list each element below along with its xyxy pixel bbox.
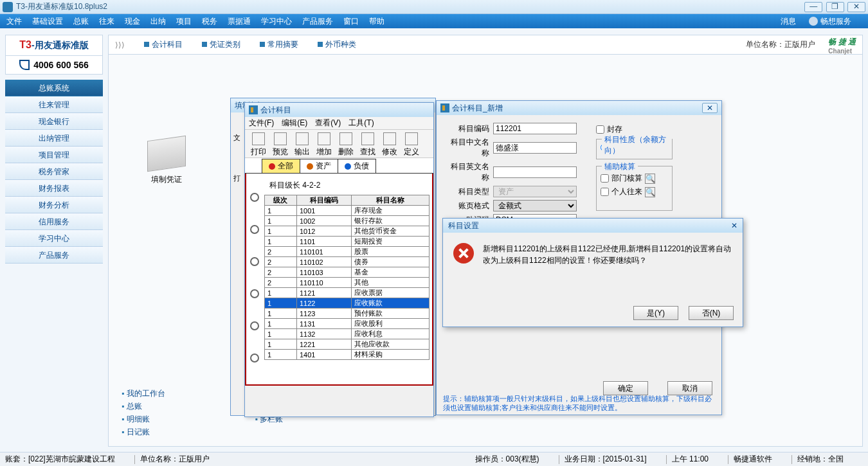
nav-general-ledger[interactable]: 总账系统 (5, 80, 103, 96)
nav-cash-bank[interactable]: 现金银行 (5, 113, 103, 130)
window-buttons: — ❐ ✕ (803, 2, 865, 12)
table-row[interactable]: 11132应收利息 (265, 329, 429, 339)
table-row[interactable]: 11123预付账款 (265, 309, 429, 319)
table-row[interactable]: 2110103 基金 (265, 267, 429, 278)
table-row[interactable]: 2110101 股票 (265, 247, 429, 257)
tab-asset[interactable]: 资产 (300, 159, 338, 173)
menu-item[interactable]: 税务 (202, 16, 217, 27)
dept-checkbox[interactable] (601, 174, 609, 183)
tb-add[interactable]: 增加 (313, 132, 335, 157)
link-gl[interactable]: 总账 (122, 401, 165, 412)
menu-tool[interactable]: 工具(T) (348, 118, 374, 129)
nameen-input[interactable] (493, 166, 577, 178)
status-soft: 畅捷通软件 (734, 454, 772, 465)
tb-find[interactable]: 查找 (357, 132, 379, 157)
close-button[interactable]: ✕ (847, 2, 865, 12)
message-dialog: 科目设置✕ 新增科目112201的上级科目1122已经使用,新增科目112201… (442, 218, 743, 327)
menu-item[interactable]: 窗口 (343, 16, 359, 27)
tb-export[interactable]: 输出 (291, 132, 313, 157)
subjects-menubar: 文件(F) 编辑(E) 查看(V) 工具(T) (245, 117, 433, 130)
table-row[interactable]: 11101短期投资 (265, 237, 429, 247)
table-row[interactable]: 11002银行存款 (265, 216, 429, 226)
menu-item[interactable]: 基础设置 (32, 16, 63, 27)
nav-credit[interactable]: 信用服务 (5, 213, 103, 230)
close-icon[interactable]: ✕ (702, 103, 718, 113)
status-unit: 单位名称：正版用户 (140, 454, 210, 465)
voucher-icon (147, 136, 186, 172)
subjects-table[interactable]: 级次科目编码科目名称11001库存现金11002银行存款11012其他货币资金1… (264, 195, 429, 360)
nav-project[interactable]: 项目管理 (5, 147, 103, 163)
menu-item[interactable]: 文件 (6, 16, 22, 27)
link-detail[interactable]: 明细账 (122, 414, 165, 425)
nature-legend: 科目性质（余额方向） (602, 134, 672, 156)
tb-subjects[interactable]: 会计科目 (144, 39, 183, 50)
tb-currency[interactable]: 外币种类 (318, 39, 356, 50)
aux-legend: 辅助核算 (602, 161, 638, 172)
menu-file[interactable]: 文件(F) (249, 118, 274, 129)
table-row[interactable]: 11401材料采购 (265, 350, 429, 360)
app-icon (3, 2, 13, 12)
status-region: 经销地：全国 (797, 454, 844, 465)
menu-item[interactable]: 票据通 (228, 16, 251, 27)
minimize-button[interactable]: — (804, 2, 822, 12)
ok-button[interactable]: 确定 (603, 381, 648, 395)
tb-modify[interactable]: 修改 (379, 132, 401, 157)
subjects-toolbar: 打印 预览 输出 增加 删除 查找 修改 定义 (245, 130, 433, 158)
link-desktop[interactable]: 我的工作台 (122, 388, 165, 399)
voucher-shortcut[interactable]: 填制凭证 (147, 138, 186, 185)
unit-label: 单位名称：正版用户 (746, 39, 815, 50)
tb-voucher-type[interactable]: 凭证类别 (202, 39, 240, 50)
table-row[interactable]: 2110102 债券 (265, 257, 429, 267)
namecn-input[interactable] (493, 142, 577, 154)
nav-learn[interactable]: 学习中心 (5, 230, 103, 247)
tb-define[interactable]: 定义 (401, 132, 422, 157)
nav-products[interactable]: 产品服务 (5, 247, 103, 264)
tb-summary[interactable]: 常用摘要 (260, 39, 298, 50)
menu-item[interactable]: 帮助 (369, 16, 384, 27)
tab-liability[interactable]: 负债 (338, 159, 376, 173)
nav-tax[interactable]: 税务管家 (5, 163, 103, 180)
link-journal[interactable]: 日记账 (122, 427, 165, 438)
nav-cashier[interactable]: 出纳管理 (5, 130, 103, 147)
code-input[interactable] (493, 123, 577, 134)
lookup-icon[interactable]: 🔍 (645, 174, 655, 184)
menu-item[interactable]: 往来 (99, 16, 114, 27)
table-row[interactable]: 11131应收股利 (265, 319, 429, 329)
menu-item[interactable]: 总账 (73, 16, 89, 27)
menu-item[interactable]: 项目 (176, 16, 192, 27)
tb-print[interactable]: 打印 (248, 132, 269, 157)
menu-edit[interactable]: 编辑(E) (282, 118, 307, 129)
service-link[interactable]: 畅想服务 (820, 16, 851, 27)
lookup-icon[interactable]: 🔍 (645, 187, 655, 197)
subjects-body: 科目级长 4-2-2 级次科目编码科目名称11001库存现金11002银行存款1… (245, 174, 433, 386)
table-row[interactable]: 11121应收票据 (265, 288, 429, 298)
brand-name: -用友通标准版 (32, 40, 89, 50)
table-row[interactable]: 11221其他应收款 (265, 339, 429, 350)
tb-delete[interactable]: 删除 (335, 132, 357, 157)
nav-reports[interactable]: 财务报表 (5, 180, 103, 197)
seal-checkbox[interactable] (596, 125, 604, 134)
messages-link[interactable]: 消息 (781, 16, 796, 27)
close-icon[interactable]: ✕ (731, 221, 737, 230)
menu-item[interactable]: 出纳 (150, 16, 166, 27)
yes-button[interactable]: 是(Y) (633, 306, 678, 320)
cancel-button[interactable]: 取消 (667, 381, 712, 395)
fmt-select[interactable]: 金额式 (493, 200, 577, 211)
table-row[interactable]: 2110110 其他 (265, 278, 429, 288)
menu-item[interactable]: 产品服务 (302, 16, 333, 27)
maximize-button[interactable]: ❐ (826, 2, 844, 12)
nav-contacts[interactable]: 往来管理 (5, 96, 103, 113)
code-label: 科目编码 (444, 123, 489, 134)
menu-item[interactable]: 现金 (125, 16, 140, 27)
menu-item[interactable]: 学习中心 (261, 16, 292, 27)
menu-view[interactable]: 查看(V) (315, 118, 341, 129)
table-row[interactable]: 11001库存现金 (265, 206, 429, 216)
tb-preview[interactable]: 预览 (269, 132, 291, 157)
nav-analysis[interactable]: 财务分析 (5, 197, 103, 213)
table-row[interactable]: 11012其他货币资金 (265, 226, 429, 237)
toolbar-handle: ⟩⟩⟩ (115, 40, 125, 49)
table-row[interactable]: 11122应收账款 (265, 298, 429, 309)
no-button[interactable]: 否(N) (689, 306, 734, 320)
person-checkbox[interactable] (601, 188, 609, 196)
tab-all[interactable]: 全部 (262, 159, 300, 173)
